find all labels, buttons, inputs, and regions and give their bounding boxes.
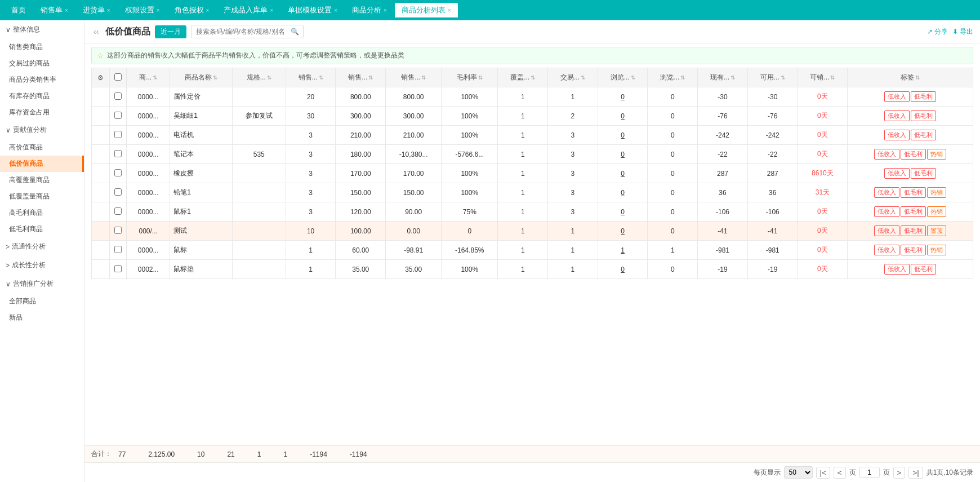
sidebar-item-高覆盖量商品[interactable]: 高覆盖量商品	[0, 172, 84, 188]
available-stock-column-header[interactable]: 可用...⇅	[747, 68, 798, 87]
collapse-button[interactable]: ‹‹	[91, 26, 101, 37]
row-checkbox[interactable]	[110, 87, 127, 107]
sidebar-group-整体信息[interactable]: ∨整体信息	[0, 20, 84, 39]
sales-amt-column-header[interactable]: 销售...⇅	[336, 68, 386, 87]
close-icon[interactable]: ×	[65, 7, 68, 14]
nav-item-商品分析[interactable]: 商品分析×	[345, 3, 394, 17]
row-view1[interactable]: 0	[598, 126, 648, 145]
page-size-select[interactable]: 50 100 200	[784, 466, 813, 479]
view-link[interactable]: 0	[621, 131, 625, 139]
next-page-button[interactable]: >	[893, 467, 906, 479]
time-filter-button[interactable]: 近一月	[155, 25, 186, 38]
nav-item-销售单[interactable]: 销售单×	[34, 3, 75, 17]
search-input[interactable]	[191, 25, 304, 38]
export-button[interactable]: ⬇ 导出	[952, 27, 973, 37]
row-checkbox[interactable]	[110, 222, 127, 241]
nav-item-产成品入库单[interactable]: 产成品入库单×	[217, 3, 280, 17]
checkbox-column-header[interactable]	[110, 68, 127, 87]
code-column-header[interactable]: 商...⇅	[127, 68, 170, 87]
tags-column-header[interactable]: 标签⇅	[848, 68, 973, 87]
sales-cost-column-header[interactable]: 销售...⇅	[386, 68, 442, 87]
current-stock-column-header[interactable]: 现有...⇅	[698, 68, 748, 87]
row-view1[interactable]: 0	[598, 107, 648, 126]
select-all-checkbox[interactable]	[114, 73, 122, 81]
view1-column-header[interactable]: 浏览...⇅	[598, 68, 648, 87]
row-checkbox[interactable]	[110, 241, 127, 260]
row-checkbox-input[interactable]	[114, 265, 122, 272]
view-link[interactable]: 0	[621, 227, 625, 235]
sidebar-item-有库存的商品[interactable]: 有库存的商品	[0, 88, 84, 104]
sidebar-item-交易过的商品[interactable]: 交易过的商品	[0, 55, 84, 72]
nav-item-首页[interactable]: 首页	[5, 3, 33, 17]
view-link[interactable]: 0	[621, 208, 625, 216]
coverage-column-header[interactable]: 覆盖...⇅	[498, 68, 548, 87]
row-view1[interactable]: 0	[598, 183, 648, 202]
row-checkbox-input[interactable]	[114, 150, 122, 157]
close-icon[interactable]: ×	[448, 7, 451, 14]
close-icon[interactable]: ×	[157, 7, 160, 14]
transaction-column-header[interactable]: 交易...⇅	[548, 68, 598, 87]
first-page-button[interactable]: |<	[816, 467, 830, 479]
row-checkbox-input[interactable]	[114, 207, 122, 215]
sidebar-group-成长性分析[interactable]: >成长性分析	[0, 256, 84, 275]
close-icon[interactable]: ×	[107, 7, 110, 14]
view-link[interactable]: 0	[621, 170, 625, 178]
row-checkbox[interactable]	[110, 202, 127, 222]
sidebar-item-商品分类销售率[interactable]: 商品分类销售率	[0, 72, 84, 88]
row-checkbox-input[interactable]	[114, 188, 122, 196]
sidebar-item-高价值商品[interactable]: 高价值商品	[0, 139, 84, 156]
sidebar-item-低覆盖量商品[interactable]: 低覆盖量商品	[0, 188, 84, 205]
row-view1[interactable]: 1	[598, 241, 648, 260]
sidebar-group-贡献值分析[interactable]: ∨贡献值分析	[0, 121, 84, 139]
row-checkbox-input[interactable]	[114, 169, 122, 176]
close-icon[interactable]: ×	[206, 7, 210, 14]
row-checkbox[interactable]	[110, 145, 127, 164]
sidebar-item-低价值商品[interactable]: 低价值商品	[0, 156, 84, 172]
view-link[interactable]: 0	[621, 93, 625, 101]
settings-column-header[interactable]: ⚙	[92, 68, 110, 87]
row-view1[interactable]: 0	[598, 164, 648, 183]
row-view1[interactable]: 0	[598, 260, 648, 279]
row-checkbox-input[interactable]	[114, 92, 122, 100]
close-icon[interactable]: ×	[384, 7, 387, 14]
sidebar-group-流通性分析[interactable]: >流通性分析	[0, 237, 84, 256]
sidebar-item-全部商品[interactable]: 全部商品	[0, 293, 84, 309]
nav-item-权限设置[interactable]: 权限设置×	[118, 3, 167, 17]
view-link[interactable]: 0	[621, 112, 625, 120]
nav-item-商品分析列表[interactable]: 商品分析列表×	[395, 3, 458, 17]
row-checkbox-input[interactable]	[114, 112, 122, 119]
share-button[interactable]: ↗ 分享	[927, 27, 948, 37]
nav-item-单据模板设置[interactable]: 单据模板设置×	[281, 3, 344, 17]
spec-column-header[interactable]: 规格...⇅	[232, 68, 286, 87]
row-checkbox-input[interactable]	[114, 227, 122, 234]
sidebar-group-营销推广分析[interactable]: ∨营销推广分析	[0, 275, 84, 293]
view2-column-header[interactable]: 浏览...⇅	[648, 68, 698, 87]
row-checkbox[interactable]	[110, 260, 127, 279]
close-icon[interactable]: ×	[270, 7, 273, 14]
nav-item-角色授权[interactable]: 角色授权×	[168, 3, 216, 17]
row-view1[interactable]: 0	[598, 87, 648, 107]
row-view1[interactable]: 0	[598, 202, 648, 222]
sales-qty-column-header[interactable]: 销售...⇅	[286, 68, 336, 87]
last-page-button[interactable]: >|	[908, 467, 923, 479]
gross-margin-column-header[interactable]: 毛利率⇅	[442, 68, 498, 87]
close-icon[interactable]: ×	[334, 7, 337, 14]
view-link[interactable]: 0	[621, 189, 625, 197]
row-checkbox-input[interactable]	[114, 131, 122, 138]
sidebar-item-新品[interactable]: 新品	[0, 309, 84, 326]
row-checkbox[interactable]	[110, 126, 127, 145]
sellable-days-column-header[interactable]: 可销...⇅	[798, 68, 848, 87]
prev-page-button[interactable]: <	[834, 467, 846, 479]
view-link[interactable]: 0	[621, 151, 625, 158]
row-view1[interactable]: 0	[598, 145, 648, 164]
sidebar-item-低毛利商品[interactable]: 低毛利商品	[0, 221, 84, 237]
sidebar-item-销售类商品[interactable]: 销售类商品	[0, 39, 84, 55]
row-checkbox-input[interactable]	[114, 246, 122, 253]
page-number-input[interactable]	[859, 467, 880, 478]
row-checkbox[interactable]	[110, 183, 127, 202]
view-link[interactable]: 0	[621, 266, 625, 273]
sidebar-item-高毛利商品[interactable]: 高毛利商品	[0, 205, 84, 221]
view-link[interactable]: 1	[621, 246, 625, 254]
row-checkbox[interactable]	[110, 164, 127, 183]
name-column-header[interactable]: 商品名称⇅	[170, 68, 232, 87]
